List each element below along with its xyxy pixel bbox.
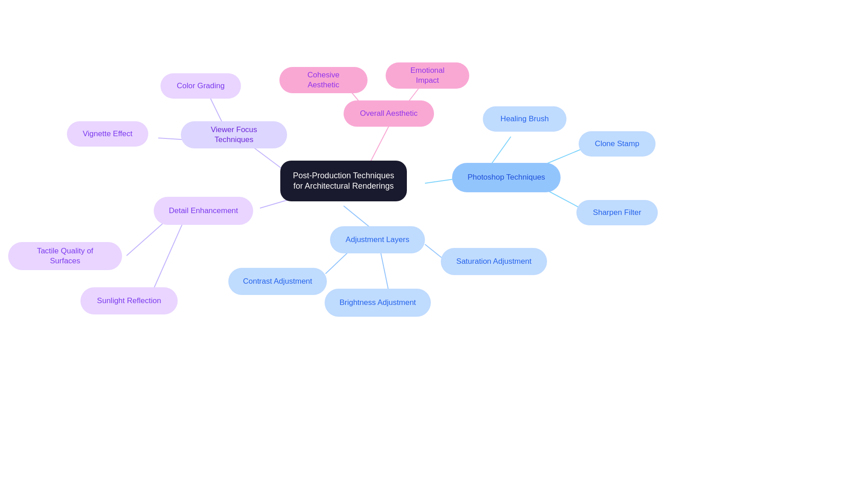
svg-line-11: [380, 248, 389, 292]
node-saturation-adjustment: Saturation Adjustment: [441, 248, 547, 275]
node-vignette-effect: Vignette Effect: [67, 121, 148, 147]
label-contrast-adjustment: Contrast Adjustment: [243, 276, 312, 286]
node-tactile-quality: Tactile Quality of Surfaces: [8, 242, 122, 270]
label-photoshop-techniques: Photoshop Techniques: [467, 172, 545, 182]
label-sunlight-reflection: Sunlight Reflection: [97, 296, 161, 306]
node-contrast-adjustment: Contrast Adjustment: [228, 268, 327, 295]
label-overall-aesthetic: Overall Aesthetic: [360, 109, 418, 119]
node-sharpen-filter: Sharpen Filter: [576, 200, 658, 225]
node-clone-stamp: Clone Stamp: [579, 131, 656, 157]
label-tactile-quality: Tactile Quality of Surfaces: [21, 246, 109, 266]
node-sunlight-reflection: Sunlight Reflection: [80, 287, 178, 314]
node-emotional-impact: Emotional Impact: [386, 62, 469, 89]
label-adjustment-layers: Adjustment Layers: [346, 235, 410, 245]
label-color-grading: Color Grading: [177, 81, 225, 91]
node-overall-aesthetic: Overall Aesthetic: [344, 100, 434, 127]
label-vignette-effect: Vignette Effect: [83, 129, 132, 139]
label-brightness-adjustment: Brightness Adjustment: [340, 298, 416, 308]
label-emotional-impact: Emotional Impact: [398, 66, 457, 86]
center-node: Post-Production Techniques for Architect…: [280, 161, 407, 201]
node-viewer-focus: Viewer Focus Techniques: [181, 121, 287, 148]
label-detail-enhancement: Detail Enhancement: [169, 206, 238, 216]
node-color-grading: Color Grading: [160, 73, 241, 99]
label-sharpen-filter: Sharpen Filter: [593, 208, 642, 218]
label-healing-brush: Healing Brush: [500, 114, 549, 124]
label-saturation-adjustment: Saturation Adjustment: [456, 257, 531, 266]
node-detail-enhancement: Detail Enhancement: [154, 197, 253, 225]
node-brightness-adjustment: Brightness Adjustment: [325, 289, 431, 317]
node-photoshop-techniques: Photoshop Techniques: [452, 163, 561, 192]
svg-line-12: [425, 244, 443, 259]
label-viewer-focus: Viewer Focus Techniques: [193, 125, 274, 145]
center-label: Post-Production Techniques for Architect…: [293, 171, 394, 192]
svg-line-8: [154, 217, 185, 289]
label-clone-stamp: Clone Stamp: [595, 139, 639, 149]
node-adjustment-layers: Adjustment Layers: [330, 226, 425, 253]
node-cohesive-aesthetic: Cohesive Aesthetic: [279, 67, 368, 93]
label-cohesive-aesthetic: Cohesive Aesthetic: [292, 70, 355, 90]
node-healing-brush: Healing Brush: [483, 106, 566, 132]
